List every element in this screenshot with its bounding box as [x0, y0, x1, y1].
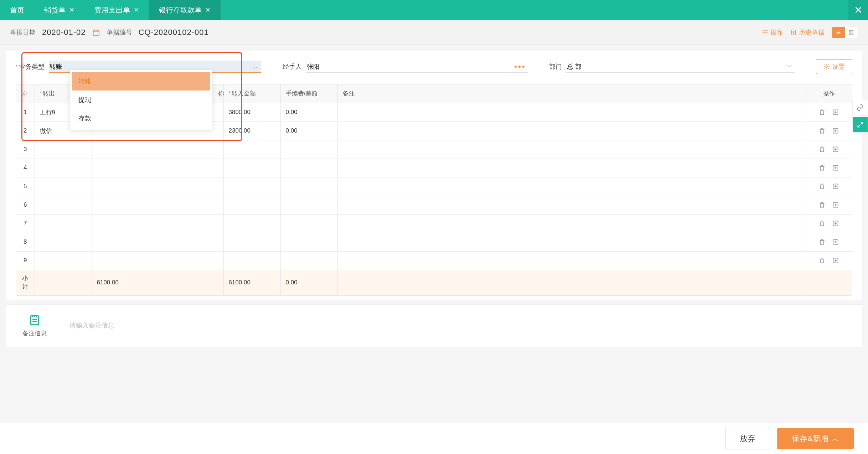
delete-icon[interactable] — [818, 201, 826, 208]
add-row-icon[interactable] — [832, 257, 839, 264]
cell-fee[interactable] — [280, 251, 337, 270]
cell-in-account[interactable] — [213, 103, 223, 122]
cell-out-amount[interactable] — [92, 214, 213, 233]
add-row-icon[interactable] — [832, 183, 839, 190]
cell-out-account[interactable] — [35, 233, 92, 251]
add-row-icon[interactable] — [832, 146, 839, 153]
dropdown-option-deposit[interactable]: 存款 — [72, 109, 210, 128]
cell-in-amount[interactable] — [223, 233, 280, 251]
settings-button[interactable]: 设置 — [816, 59, 852, 74]
cell-in-amount[interactable] — [223, 251, 280, 270]
table-row[interactable]: 7 — [16, 214, 852, 233]
cell-remark[interactable] — [337, 103, 806, 122]
cell-remark[interactable] — [337, 214, 806, 233]
gear-column[interactable] — [16, 84, 35, 103]
expand-button[interactable] — [852, 117, 868, 133]
cell-remark[interactable] — [337, 140, 806, 159]
delete-icon[interactable] — [818, 127, 826, 134]
cell-remark[interactable] — [337, 177, 806, 196]
add-row-icon[interactable] — [832, 127, 839, 134]
cell-remark[interactable] — [337, 122, 806, 140]
add-row-icon[interactable] — [832, 109, 839, 116]
cell-out-account[interactable] — [35, 140, 92, 159]
tab-home[interactable]: 首页 — [0, 0, 34, 20]
history-button[interactable]: 历史单据 — [790, 28, 825, 37]
department-field[interactable]: 部门 ﹀ — [549, 61, 795, 73]
cell-fee[interactable]: 0.00 — [280, 122, 337, 140]
cell-fee[interactable] — [280, 177, 337, 196]
cell-in-account[interactable] — [213, 140, 223, 159]
cell-fee[interactable] — [280, 159, 337, 177]
operations-button[interactable]: 操作 — [762, 28, 783, 37]
cell-fee[interactable] — [280, 233, 337, 251]
cell-in-amount[interactable] — [223, 196, 280, 214]
cell-out-account[interactable] — [35, 214, 92, 233]
add-row-icon[interactable] — [832, 238, 839, 246]
calendar-icon[interactable] — [92, 29, 100, 36]
add-row-icon[interactable] — [832, 164, 839, 171]
cell-in-account[interactable] — [213, 233, 223, 251]
delete-icon[interactable] — [818, 109, 826, 116]
discard-button[interactable]: 放弃 — [725, 428, 770, 449]
cell-out-amount[interactable] — [92, 233, 213, 251]
cell-in-account[interactable] — [213, 214, 223, 233]
cell-out-account[interactable] — [35, 251, 92, 270]
chevron-up-icon[interactable]: ︿ — [253, 62, 259, 71]
cell-out-account[interactable] — [35, 177, 92, 196]
department-input[interactable] — [566, 61, 795, 73]
add-row-icon[interactable] — [832, 201, 839, 208]
cell-in-amount[interactable] — [223, 159, 280, 177]
table-row[interactable]: 6 — [16, 196, 852, 214]
cell-remark[interactable] — [337, 196, 806, 214]
cell-out-amount[interactable] — [92, 196, 213, 214]
cell-in-amount[interactable] — [223, 214, 280, 233]
layout-list-button[interactable] — [832, 27, 845, 38]
dropdown-option-transfer[interactable]: 转账 — [72, 72, 210, 91]
cell-in-account[interactable] — [213, 251, 223, 270]
cell-in-amount[interactable]: 3800.00 — [223, 103, 280, 122]
cell-fee[interactable] — [280, 196, 337, 214]
table-row[interactable]: 9 — [16, 251, 852, 270]
handler-field[interactable]: 经手人 ••• — [283, 61, 528, 73]
more-icon[interactable]: ••• — [514, 62, 526, 71]
cell-fee[interactable] — [280, 140, 337, 159]
table-row[interactable]: 3 — [16, 140, 852, 159]
tab-bank-transfer[interactable]: 银行存取款单 ✕ — [149, 0, 221, 20]
cell-remark[interactable] — [337, 159, 806, 177]
table-row[interactable]: 4 — [16, 159, 852, 177]
remark-input[interactable] — [63, 305, 862, 347]
date-value[interactable]: 2020-01-02 — [42, 28, 86, 37]
save-new-button[interactable]: 保存&新增 ︿ — [777, 428, 854, 449]
cell-in-account[interactable] — [213, 122, 223, 140]
dropdown-option-withdraw[interactable]: 提现 — [72, 91, 210, 109]
cell-out-amount[interactable] — [92, 140, 213, 159]
cell-out-account[interactable] — [35, 159, 92, 177]
cell-in-account[interactable] — [213, 196, 223, 214]
table-row[interactable]: 8 — [16, 233, 852, 251]
cell-remark[interactable] — [337, 251, 806, 270]
cell-remark[interactable] — [337, 233, 806, 251]
layout-grid-button[interactable] — [845, 27, 858, 38]
cell-in-account[interactable] — [213, 159, 223, 177]
cell-fee[interactable]: 0.00 — [280, 103, 337, 122]
delete-icon[interactable] — [818, 183, 826, 190]
close-all-icon[interactable]: ✕ — [848, 0, 868, 20]
cell-in-amount[interactable]: 2300.00 — [223, 122, 280, 140]
cell-out-amount[interactable] — [92, 159, 213, 177]
table-row[interactable]: 5 — [16, 177, 852, 196]
cell-out-account[interactable] — [35, 196, 92, 214]
close-icon[interactable]: ✕ — [205, 6, 211, 14]
tab-sales[interactable]: 销货单 ✕ — [34, 0, 84, 20]
handler-input[interactable] — [306, 61, 528, 73]
close-icon[interactable]: ✕ — [69, 6, 74, 14]
delete-icon[interactable] — [818, 146, 826, 153]
add-row-icon[interactable] — [832, 220, 839, 227]
cell-in-account[interactable] — [213, 177, 223, 196]
delete-icon[interactable] — [818, 164, 826, 171]
cell-fee[interactable] — [280, 214, 337, 233]
cell-out-amount[interactable] — [92, 177, 213, 196]
delete-icon[interactable] — [818, 238, 826, 246]
cell-in-amount[interactable] — [223, 177, 280, 196]
tab-expense[interactable]: 费用支出单 ✕ — [84, 0, 149, 20]
chevron-down-icon[interactable]: ﹀ — [786, 62, 792, 71]
